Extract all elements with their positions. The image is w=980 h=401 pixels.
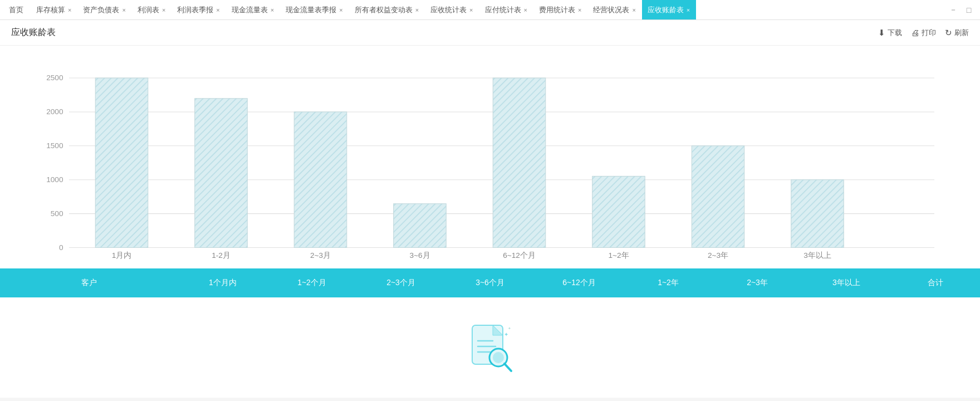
svg-text:500: 500 — [51, 209, 63, 218]
tab-label-ar-aging: 应收账龄表 — [648, 5, 684, 15]
print-label: 打印 — [922, 28, 936, 38]
tab-label-balance-sheet: 资产负债表 — [83, 5, 119, 15]
page-header: 应收账龄表 ⬇ 下载 🖨 打印 ↻ 刷新 — [0, 20, 980, 46]
svg-text:1500: 1500 — [46, 141, 63, 150]
tab-bar-actions: － □ — [947, 3, 978, 17]
th-2: 1~2个月 — [267, 278, 356, 288]
svg-line-28 — [504, 364, 511, 371]
bar-2~3月 — [294, 112, 347, 248]
svg-text:2000: 2000 — [46, 107, 63, 116]
svg-text:2~3月: 2~3月 — [310, 251, 331, 260]
svg-text:6~12个月: 6~12个月 — [503, 251, 536, 260]
main-content: 0 500 1000 1500 2000 2500 1月内 1-2月 2~3月 … — [0, 46, 980, 398]
svg-text:0: 0 — [59, 243, 63, 252]
tab-close-cashflow-quarterly[interactable]: × — [339, 7, 342, 13]
th-9: 合计 — [891, 278, 980, 288]
tab-label-inventory: 库存核算 — [36, 5, 65, 15]
tab-label-operation: 经营状况表 — [593, 5, 629, 15]
tab-label-profit: 利润表 — [138, 5, 159, 15]
empty-illustration: ✦ ✦ — [462, 320, 518, 375]
svg-text:✦: ✦ — [504, 331, 508, 338]
th-5: 6~12个月 — [535, 278, 624, 288]
tab-home-label: 首页 — [9, 5, 23, 15]
svg-text:✦: ✦ — [508, 326, 511, 330]
tab-ar-aging[interactable]: 应收账龄表× — [642, 0, 696, 20]
svg-text:2500: 2500 — [46, 74, 63, 82]
tab-label-expense-stats: 费用统计表 — [539, 5, 575, 15]
tab-close-ar-stats[interactable]: × — [469, 7, 473, 13]
tab-cashflow-quarterly[interactable]: 现金流量表季报× — [280, 0, 349, 20]
svg-point-27 — [493, 352, 504, 363]
download-button[interactable]: ⬇ 下载 — [878, 28, 902, 38]
tab-equity-changes[interactable]: 所有者权益变动表× — [349, 0, 425, 20]
tab-bar: 首页 库存核算×资产负债表×利润表×利润表季报×现金流量表×现金流量表季报×所有… — [0, 0, 980, 20]
tab-close-operation[interactable]: × — [632, 7, 635, 13]
bar-1月内 — [95, 78, 148, 248]
tab-close-profit-quarterly[interactable]: × — [216, 7, 219, 13]
empty-icon: ✦ ✦ — [462, 320, 518, 375]
maximize-button[interactable]: □ — [962, 3, 976, 17]
chart-area: 0 500 1000 1500 2000 2500 1月内 1-2月 2~3月 … — [0, 46, 980, 268]
th-3: 2~3个月 — [356, 278, 445, 288]
tab-close-ap-stats[interactable]: × — [524, 7, 527, 13]
svg-text:1000: 1000 — [46, 175, 63, 184]
download-icon: ⬇ — [878, 28, 885, 38]
tab-balance-sheet[interactable]: 资产负债表× — [77, 0, 131, 20]
svg-text:1月内: 1月内 — [112, 251, 132, 260]
svg-text:3年以上: 3年以上 — [803, 251, 831, 260]
tab-ap-stats[interactable]: 应付统计表× — [479, 0, 533, 20]
empty-area: ✦ ✦ — [0, 297, 980, 398]
refresh-icon: ↻ — [945, 28, 952, 38]
tab-close-profit[interactable]: × — [162, 7, 165, 13]
tab-expense-stats[interactable]: 费用统计表× — [533, 0, 587, 20]
svg-text:2~3年: 2~3年 — [708, 251, 728, 260]
tab-profit[interactable]: 利润表× — [132, 0, 171, 20]
print-icon: 🖨 — [911, 28, 919, 37]
th-6: 1~2年 — [624, 278, 713, 288]
svg-text:3~6月: 3~6月 — [409, 251, 430, 260]
bar-chart: 0 500 1000 1500 2000 2500 1月内 1-2月 2~3月 … — [22, 57, 958, 263]
tab-close-inventory[interactable]: × — [68, 7, 71, 13]
th-1: 1个月内 — [178, 278, 267, 288]
tab-label-profit-quarterly: 利润表季报 — [177, 5, 213, 15]
bar-2~3年 — [692, 146, 744, 248]
tab-close-ar-aging[interactable]: × — [687, 7, 690, 13]
svg-text:1-2月: 1-2月 — [212, 251, 231, 260]
tab-inventory[interactable]: 库存核算× — [31, 0, 77, 20]
table-header: 客户1个月内1~2个月2~3个月3~6个月6~12个月1~2年2~3年3年以上合… — [0, 268, 980, 297]
tab-label-ar-stats: 应收统计表 — [430, 5, 467, 15]
th-8: 3年以上 — [802, 278, 891, 288]
tab-close-equity-changes[interactable]: × — [415, 7, 419, 13]
tabs-container: 库存核算×资产负债表×利润表×利润表季报×现金流量表×现金流量表季报×所有者权益… — [31, 0, 696, 20]
refresh-button[interactable]: ↻ 刷新 — [945, 28, 969, 38]
bar-1~2年 — [592, 176, 645, 247]
tab-close-balance-sheet[interactable]: × — [122, 7, 125, 13]
print-button[interactable]: 🖨 打印 — [911, 28, 936, 38]
th-0: 客户 — [0, 278, 178, 288]
page-actions: ⬇ 下载 🖨 打印 ↻ 刷新 — [878, 28, 969, 38]
th-7: 2~3年 — [713, 278, 802, 288]
tab-label-ap-stats: 应付统计表 — [485, 5, 521, 15]
tab-label-cashflow: 现金流量表 — [232, 5, 268, 15]
refresh-label: 刷新 — [954, 28, 969, 38]
bar-3年以上 — [791, 180, 844, 248]
tab-label-equity-changes: 所有者权益变动表 — [355, 5, 413, 15]
bar-1-2月 — [195, 99, 248, 248]
tab-cashflow[interactable]: 现金流量表× — [226, 0, 280, 20]
th-4: 3~6个月 — [445, 278, 535, 288]
tab-profit-quarterly[interactable]: 利润表季报× — [171, 0, 226, 20]
tab-close-cashflow[interactable]: × — [271, 7, 274, 13]
page-title: 应收账龄表 — [11, 27, 56, 38]
minimize-button[interactable]: － — [947, 3, 960, 17]
tab-close-expense-stats[interactable]: × — [578, 7, 581, 13]
svg-text:1~2年: 1~2年 — [608, 251, 629, 260]
tab-label-cashflow-quarterly: 现金流量表季报 — [286, 5, 336, 15]
tab-home[interactable]: 首页 — [2, 0, 31, 20]
bar-6~12个月 — [493, 78, 546, 248]
tab-ar-stats[interactable]: 应收统计表× — [425, 0, 479, 20]
tab-operation[interactable]: 经营状况表× — [587, 0, 641, 20]
bar-3~6月 — [394, 204, 447, 248]
download-label: 下载 — [888, 28, 902, 38]
